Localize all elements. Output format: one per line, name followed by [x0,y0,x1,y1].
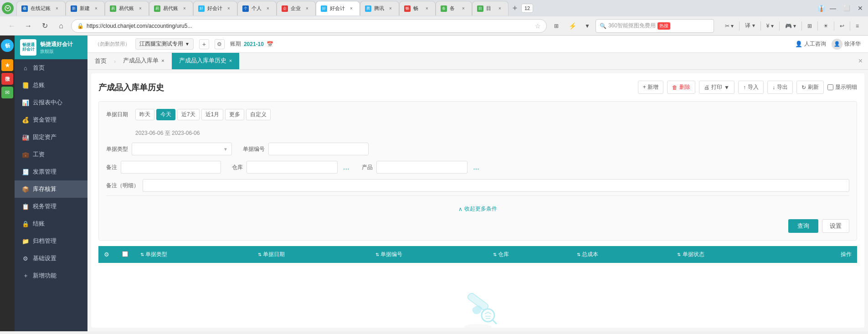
page-tab-history[interactable]: 产成品入库单历史 × [172,53,239,69]
tab-3-close[interactable]: × [137,5,144,12]
sidebar-item-inventory[interactable]: 📦 库存核算 [15,180,87,198]
address-input-bar[interactable]: 🔒 https://cloud.chanjet.com/accounting/u… [71,19,547,33]
browser-tab-3[interactable]: 易 易代账 × [105,1,149,15]
back-button[interactable]: ← [5,20,18,32]
quick-weibo-icon[interactable]: 微 [1,73,13,85]
table-col-date[interactable]: ⇅ 单据日期 [252,246,370,263]
new-tab-button[interactable]: + [508,2,521,15]
dropdown-button[interactable]: ▼ [583,21,592,31]
add-company-button[interactable]: + [199,39,209,49]
tab-5-close[interactable]: × [225,5,232,12]
browser-tab-5[interactable]: 好 好会计 × [193,1,237,15]
tab-8-close[interactable]: × [348,5,355,12]
company-select[interactable]: 江西腿宝测试专用 ▼ [135,38,194,50]
set-button[interactable]: 设置 [822,219,849,233]
sidebar-item-fixed-assets[interactable]: 🏭 固定资产 [15,128,87,146]
query-button[interactable]: 查询 [788,219,818,233]
window-minimize-button[interactable]: — [827,2,839,14]
date-7days-button[interactable]: 近7天 [177,109,200,120]
translate-tool[interactable]: 译 ▾ [741,20,758,31]
table-checkbox-header[interactable] [117,246,135,263]
sidebar-item-more[interactable]: ＋ 新增功能 [15,267,87,284]
gear-icon[interactable]: ⚙ [104,251,109,258]
browser-tab-4[interactable]: 易 易代账 × [149,1,193,15]
window-restore-button[interactable]: ⬜ [841,2,853,14]
browser-tab-6[interactable]: 个 个人 × [237,1,277,15]
sidebar-item-cloud-report[interactable]: 📊 云报表中心 [15,94,87,111]
tab-1-close[interactable]: × [53,5,61,12]
product-filter-input[interactable] [376,161,467,174]
display-detail-checkbox[interactable]: 显示明细 [827,83,857,91]
grid-tool[interactable]: ⊞ [804,21,816,31]
breadcrumb-home[interactable]: 首页 [87,53,114,69]
browser-tab-9[interactable]: 腾 腾讯 × [360,1,399,15]
search-bar[interactable]: 🔍 360智能抠图免费用 热搜 [596,19,714,33]
table-col-type[interactable]: ⇅ 单据类型 [135,246,252,263]
sidebar-item-archive[interactable]: 📁 归档管理 [15,232,87,250]
tab-counter[interactable]: 12 [521,4,533,13]
table-col-status[interactable]: ⇅ 单据状态 [672,246,789,263]
tab-6-close[interactable]: × [264,5,272,12]
display-detail-input[interactable] [827,84,833,90]
sidebar-item-tax[interactable]: 📋 税务管理 [15,198,87,215]
undo-tool[interactable]: ↩ [836,21,848,31]
sidebar-item-home[interactable]: ⌂ 首页 [15,59,87,77]
warehouse-more-button[interactable]: ... [341,163,351,171]
lightning-button[interactable]: ⚡ [566,21,579,31]
browser-menu-icon[interactable] [2,2,14,14]
new-button[interactable]: + 新增 [638,81,663,94]
tab-2-close[interactable]: × [92,5,100,12]
collapse-button[interactable]: ∧ 收起更多条件 [458,202,497,216]
sidebar-header[interactable]: 畅捷通好会计 畅捷通好会计 旗舰版 [15,36,87,59]
print-button[interactable]: 🖨 打印 ▼ [699,81,734,94]
table-col-warehouse[interactable]: ⇅ 仓库 [488,246,571,263]
tab-10-close[interactable]: × [423,5,431,12]
more-tool[interactable]: ≡ [852,21,863,31]
sidebar-item-payroll[interactable]: 💼 工资 [15,146,87,163]
tab-7-close[interactable]: × [303,5,311,12]
export-button[interactable]: ↓ 导出 [767,81,793,94]
brightness-tool[interactable]: ☀ [820,21,832,31]
sidebar-item-settings[interactable]: ⚙ 基础设置 [15,250,87,267]
browser-tab-7[interactable]: 企 企业 × [277,1,316,15]
tab-4-close[interactable]: × [181,5,188,12]
refresh-page-button[interactable]: ↻ 刷新 [796,81,824,94]
table-col-cost[interactable]: ⇅ 总成本 [571,246,672,263]
date-today-button[interactable]: 今天 [156,109,175,120]
note-filter-input[interactable] [121,161,221,174]
user-menu[interactable]: 👤 徐泽华 [832,39,861,50]
browser-tab-10[interactable]: 畅 畅 × [399,1,436,15]
browser-tab-2[interactable]: 新 新建 × [66,1,105,15]
note-detail-filter-input[interactable] [143,179,849,192]
scissors-tool[interactable]: ✂ ▾ [721,21,737,31]
number-filter-input[interactable] [268,143,369,155]
refresh-button[interactable]: ↻ [38,20,51,32]
page-tab-list[interactable]: 产成品入库单 × [116,53,171,69]
sidebar-item-closing[interactable]: 🔒 结账 [15,215,87,232]
tab-12-close[interactable]: × [496,5,503,12]
sidebar-item-ledger[interactable]: 📒 总账 [15,77,87,94]
table-col-number[interactable]: ⇅ 单据编号 [370,246,488,263]
settings-icon-topbar[interactable]: ⚙ [215,39,225,49]
quick-chanjet-icon[interactable]: 畅 [1,39,14,52]
browser-tab-12[interactable]: 目 目 × [472,1,508,15]
sidebar-item-invoice[interactable]: 🧾 发票管理 [15,163,87,180]
tab-history-close[interactable]: × [229,58,232,63]
bookmark-icon[interactable]: ☆ [535,22,541,30]
window-close-button[interactable]: ✕ [854,2,866,14]
delete-button[interactable]: 🗑 删除 [667,81,695,94]
tab-list-close[interactable]: × [161,58,164,63]
browser-tab-8[interactable]: 好 好会计 × [316,1,360,15]
quick-mail-icon[interactable]: ✉ [1,87,13,98]
calendar-icon[interactable]: 📅 [267,41,273,47]
extensions-button[interactable]: ⊞ [550,21,562,31]
date-yesterday-button[interactable]: 昨天 [135,109,154,120]
forward-button[interactable]: → [22,20,35,32]
table-gear-header[interactable]: ⚙ [98,246,117,263]
browser-tab-11[interactable]: 各 各 × [436,1,472,15]
tab-9-close[interactable]: × [387,5,394,12]
quick-star-icon[interactable]: ★ [1,59,13,71]
date-custom-button[interactable]: 自定义 [246,109,271,120]
game-tool[interactable]: 🎮 ▾ [781,21,800,31]
sidebar-item-fund[interactable]: 💰 资金管理 [15,111,87,128]
